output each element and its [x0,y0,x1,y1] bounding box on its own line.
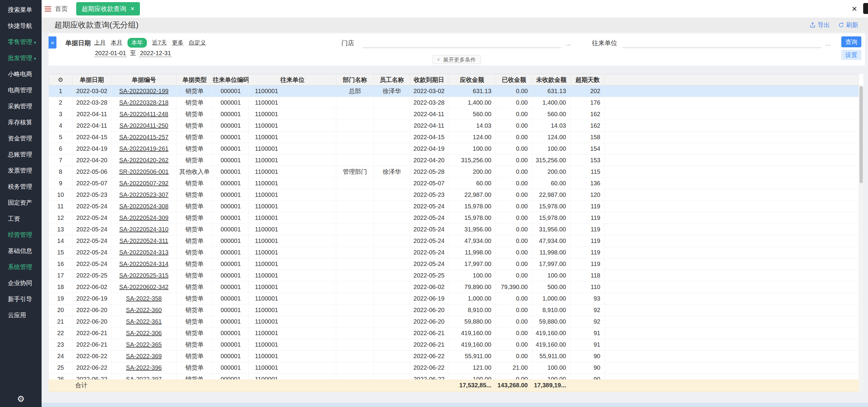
doc-number-link[interactable]: SA-20220411-248 [120,111,168,117]
doc-number-link[interactable]: SA-2022-306 [126,330,162,336]
doc-number-link[interactable]: SA-20220523-307 [119,191,168,198]
doc-number-link[interactable]: SA-2022-360 [126,307,162,313]
doc-number-link[interactable]: SA-20220420-262 [119,157,168,164]
export-button[interactable]: 导出 [810,21,830,29]
table-row[interactable]: 72022-04-20SA-20220420-262销货单00000111000… [49,155,859,166]
date-start-input[interactable]: 2022-01-01 [94,50,127,57]
sidebar-item[interactable]: 税务管理 [0,179,41,195]
sidebar-item[interactable]: 总账管理 [0,146,41,163]
doc-number-link[interactable]: SA-20220328-218 [119,99,168,106]
column-header[interactable]: 往来单位编码 [213,74,249,86]
doc-number-link[interactable]: SA-2022-358 [126,295,162,302]
column-header[interactable]: 收款到期日 [410,74,448,86]
table-row[interactable]: 132022-05-24SA-20220524-310销货单0000011100… [49,224,859,235]
doc-number-link[interactable]: SA-20220411-250 [120,122,168,129]
table-row[interactable]: 202022-06-20SA-2022-360销货单00000111000012… [49,304,859,316]
table-row[interactable]: 92022-05-07SA-20220507-292销货单00000111000… [49,178,859,189]
table-row[interactable]: 152022-05-24SA-20220524-313销货单0000011100… [49,247,859,259]
table-row[interactable]: 142022-05-24SA-20220524-311销货单0000011100… [49,235,859,247]
table-row[interactable]: 122022-05-24SA-20220524-309销货单0000011100… [49,212,859,224]
doc-number-link[interactable]: SA-20220524-310 [119,226,168,233]
table-row[interactable]: 172022-05-25SA-20220525-315销货单0000011100… [49,270,859,281]
doc-number-link[interactable]: SA-2022-369 [126,353,162,360]
close-icon[interactable]: × [851,4,857,14]
sidebar-item[interactable]: 基础信息 [0,243,41,259]
table-row[interactable]: 42022-04-11SA-20220411-250销货单00000111000… [49,120,859,132]
column-header[interactable]: 单据类型 [177,74,213,86]
table-row[interactable]: 112022-05-24SA-20220524-308销货单0000011100… [49,201,859,212]
query-button[interactable]: 查询 [841,36,861,47]
doc-number-link[interactable]: SA-20220524-313 [119,249,168,256]
doc-number-link[interactable]: SA-20220415-257 [119,134,168,140]
sidebar-item[interactable]: 工资 [0,211,41,227]
doc-number-link[interactable]: SA-20220507-292 [119,180,168,186]
sidebar-item[interactable]: 采购管理 [0,98,41,114]
tab-overdue-receivables[interactable]: 超期应收款查询 × [76,2,140,15]
table-row[interactable]: 182022-06-02SA-20220602-342销货单0000011100… [49,281,859,293]
bottom-scroll-strip[interactable] [41,403,868,407]
sidebar-item[interactable]: 零售管理▾ [0,34,41,50]
table-row[interactable]: 212022-06-20SA-2022-361销货单00000111000012… [49,316,859,328]
sidebar-item[interactable]: 经营管理 [0,227,41,243]
doc-number-link[interactable]: SA-2022-396 [126,364,162,371]
doc-number-link[interactable]: SA-20220524-309 [119,214,168,221]
scrollbar-thumb[interactable] [860,86,863,183]
partner-picker-button[interactable]: ... [826,40,831,47]
column-header[interactable]: 员工名称 [374,74,410,86]
table-row[interactable]: 162022-05-24SA-20220524-314销货单0000011100… [49,259,859,270]
column-header[interactable]: 部门名称 [336,74,374,86]
doc-number-link[interactable]: SA-20220525-315 [119,272,168,279]
doc-number-link[interactable]: SA-2022-361 [126,318,162,325]
sidebar-item[interactable]: 小略电商 [0,66,41,82]
sidebar-item[interactable]: 新手引导 [0,291,41,307]
sidebar-item[interactable]: 库存核算 [0,114,41,130]
doc-number-link[interactable]: SA-20220524-311 [120,237,168,244]
date-quick-link[interactable]: 本年 [127,38,147,47]
sidebar-item[interactable]: 搜索菜单 [0,2,41,18]
collapse-filter-icon[interactable]: » [49,36,57,48]
date-end-input[interactable]: 2022-12-31 [139,50,172,57]
sidebar-item[interactable]: 发票管理 [0,163,41,179]
doc-number-link[interactable]: SR-20220506-001 [119,168,168,175]
table-row[interactable]: 12022-03-02SA-20220302-199销货单00000111000… [49,86,859,97]
table-row[interactable]: 252022-06-22SA-2022-396销货单00000111000012… [49,362,859,374]
store-picker-button[interactable]: ... [566,40,571,47]
sidebar-item[interactable]: 资金管理 [0,130,41,146]
table-row[interactable]: 222022-06-21SA-2022-306销货单00000111000012… [49,328,859,339]
date-quick-link[interactable]: 本月 [111,39,122,47]
doc-number-link[interactable]: SA-20220524-314 [119,261,168,267]
column-header[interactable]: 已收金额 [496,74,532,86]
settings-gear-icon[interactable]: ⚙ [0,394,41,404]
column-header[interactable]: 单据编号 [112,74,177,86]
table-row[interactable]: 62022-04-19SA-20220419-261销货单00000111000… [49,143,859,155]
settings-button[interactable]: 设置 [841,50,861,60]
column-header[interactable]: 应收金额 [448,74,496,86]
doc-number-link[interactable]: SA-20220419-261 [119,145,168,152]
sidebar-item[interactable]: 企业协同 [0,275,41,291]
tab-close-icon[interactable]: × [130,5,134,12]
table-row[interactable]: 232022-06-21SA-2022-365销货单00000111000012… [49,339,859,350]
store-input[interactable] [363,39,561,48]
table-row[interactable]: 242022-06-22SA-2022-369销货单00000111000012… [49,350,859,362]
table-row[interactable]: 102022-05-23SA-20220523-307销货单0000011100… [49,189,859,201]
doc-number-link[interactable]: SA-20220602-342 [119,283,168,290]
column-header[interactable]: 未收款金额 [532,74,570,86]
column-header[interactable]: 往来单位 [249,74,336,86]
sidebar-item[interactable]: 快捷导航 [0,18,41,34]
corner-handle[interactable] [863,3,868,14]
refresh-button[interactable]: 刷新 [838,21,858,29]
date-quick-link[interactable]: 近7天 [152,39,167,47]
doc-number-link[interactable]: SA-20220524-308 [119,203,168,210]
sidebar-item[interactable]: 固定资产 [0,195,41,211]
doc-number-link[interactable]: SA-20220302-199 [119,88,168,94]
table-row[interactable]: 52022-04-15SA-20220415-257销货单00000111000… [49,132,859,143]
expand-more-button[interactable]: » 展开更多条件 [432,55,481,64]
doc-number-link[interactable]: SA-2022-397 [126,376,162,379]
sidebar-item[interactable]: 系统管理 [0,259,41,275]
tab-home[interactable]: 首页 [55,5,68,13]
partner-input[interactable] [622,39,821,48]
menu-icon[interactable] [44,6,51,11]
vertical-scrollbar[interactable] [859,85,863,392]
table-row-partial[interactable]: 262022-06-22SA-2022-397销货单00000111000012… [49,374,859,380]
table-row[interactable]: 82022-05-06SR-20220506-001其他收入单000001110… [49,166,859,178]
